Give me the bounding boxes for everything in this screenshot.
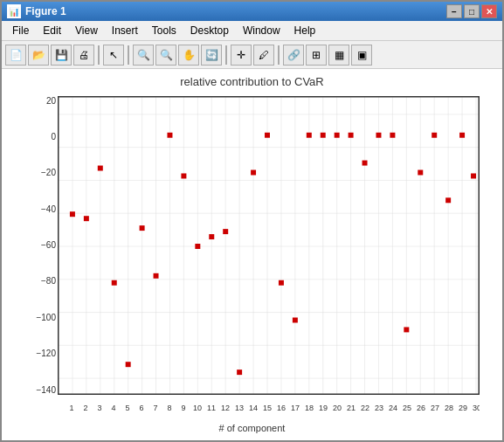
maximize-button[interactable]: □ [464,4,480,18]
data-point-5 [126,362,131,367]
data-point-7 [154,273,159,278]
chart-plot-area [58,96,480,395]
toolbar: 📄 📂 💾 🖨 ↖ 🔍 🔍 ✋ 🔄 ✛ 🖊 🔗 ⊞ ▦ ▣ [2,41,502,69]
colorbar-button[interactable]: ▦ [328,45,349,66]
data-point-15 [265,132,270,137]
close-button[interactable]: ✕ [481,4,497,18]
chart-container: relative contribution to CVaR relative c… [14,72,490,439]
svg-text:24: 24 [389,404,397,412]
menu-item-view[interactable]: View [68,23,105,38]
link-button[interactable]: 🔗 [283,45,304,66]
window-title: Figure 1 [25,5,66,17]
data-point-14 [251,169,256,175]
data-point-20 [335,132,340,137]
data-point-2 [84,216,89,221]
data-point-10 [195,244,200,249]
open-button[interactable]: 📂 [28,45,49,66]
app-icon: 📊 [7,4,21,18]
svg-text:7: 7 [153,404,157,412]
menu-item-file[interactable]: File [5,23,36,38]
svg-text:3: 3 [97,404,101,412]
save-button[interactable]: 💾 [51,45,72,66]
data-point-4 [112,280,117,285]
svg-text:29: 29 [459,404,467,412]
data-point-8 [167,132,172,137]
y-tick--120: −120 [23,349,56,358]
data-point-12 [223,229,228,234]
rotate-button[interactable]: 🔄 [201,45,222,66]
svg-text:18: 18 [305,404,314,412]
menu-item-edit[interactable]: Edit [36,23,68,38]
menu-item-desktop[interactable]: Desktop [183,23,236,38]
x-axis-label: # of component [219,423,286,433]
brush-button[interactable]: 🖊 [253,45,274,66]
svg-text:26: 26 [417,404,425,412]
grid-button[interactable]: ⊞ [306,45,327,66]
data-point-9 [181,173,186,178]
svg-text:12: 12 [221,404,230,412]
svg-text:1: 1 [69,404,73,412]
window-controls: − □ ✕ [446,4,497,18]
menu-item-tools[interactable]: Tools [145,23,183,38]
data-point-13 [237,369,242,375]
svg-text:30: 30 [473,404,480,412]
svg-text:20: 20 [333,404,342,412]
chart-title: relative contribution to CVaR [14,72,490,90]
data-point-26 [418,169,423,175]
data-point-16 [279,280,284,285]
svg-text:23: 23 [375,404,383,412]
zoom-out-button[interactable]: 🔍 [155,45,176,66]
y-tick--140: −140 [23,385,56,395]
y-tick--60: −60 [23,240,56,250]
svg-text:6: 6 [139,404,143,412]
title-bar: 📊 Figure 1 − □ ✕ [2,2,502,21]
data-point-17 [293,317,298,322]
svg-text:11: 11 [207,404,216,412]
minimize-button[interactable]: − [446,4,462,18]
data-point-19 [321,132,326,137]
svg-text:15: 15 [263,404,272,412]
main-window: 📊 Figure 1 − □ ✕ FileEditViewInsertTools… [0,0,504,442]
data-point-22 [362,160,368,165]
y-tick--100: −100 [23,313,56,322]
zoom-in-button[interactable]: 🔍 [133,45,154,66]
figure-area: relative contribution to CVaR relative c… [2,69,502,440]
data-point-25 [404,327,409,332]
data-point-28 [445,197,451,203]
y-tick--40: −40 [23,204,56,214]
y-tick-labels: 20 0 −20 −40 −60 −80 −100 −120 −140 [23,96,56,395]
x-tick-container: 1 2 3 4 5 6 7 8 9 10 11 12 13 14 15 16 1 [58,400,480,414]
data-cursor[interactable]: ✛ [231,45,252,66]
pan-button[interactable]: ✋ [178,45,199,66]
separator-1 [98,45,100,65]
menu-item-insert[interactable]: Insert [105,23,145,38]
svg-text:8: 8 [167,404,171,412]
data-point-11 [209,234,214,239]
y-tick--80: −80 [23,276,56,286]
data-point-29 [459,132,465,137]
legend-button[interactable]: ▣ [351,45,372,66]
svg-text:10: 10 [193,404,202,412]
svg-text:25: 25 [403,404,411,412]
data-point-3 [98,165,103,170]
data-point-1 [70,211,75,217]
y-tick-0: 0 [23,132,56,142]
new-button[interactable]: 📄 [5,45,26,66]
data-point-21 [349,132,354,137]
svg-text:22: 22 [361,404,369,412]
svg-text:28: 28 [445,404,453,412]
y-tick--20: −20 [23,168,56,177]
svg-text:2: 2 [83,404,87,412]
data-point-18 [307,132,312,137]
menu-item-help[interactable]: Help [287,23,323,38]
data-point-6 [140,225,145,231]
svg-text:16: 16 [277,404,286,412]
svg-text:9: 9 [181,404,185,412]
svg-text:13: 13 [235,404,244,412]
title-bar-left: 📊 Figure 1 [7,4,66,18]
y-tick-20: 20 [23,96,56,106]
menu-item-window[interactable]: Window [236,23,287,38]
select-button[interactable]: ↖ [103,45,124,66]
svg-text:4: 4 [111,404,115,412]
print-button[interactable]: 🖨 [73,45,94,66]
